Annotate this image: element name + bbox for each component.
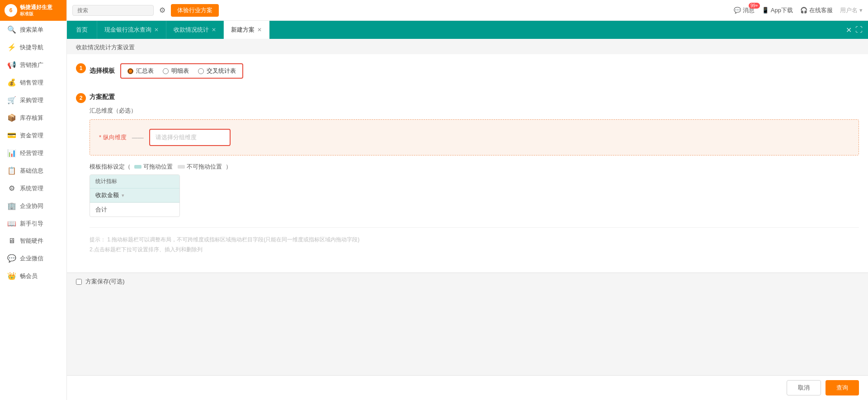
- sidebar-item-finance[interactable]: 💳 资金管理: [0, 127, 66, 144]
- sidebar-item-wechat[interactable]: 💬 企业微信: [0, 249, 66, 267]
- draggable-legend-icon: [134, 165, 142, 169]
- topbar-right: 💬 消息 99+ 📱 App下载 🎧 在线客服 用户名 ▾: [734, 6, 863, 14]
- section1-number: 1: [76, 63, 86, 73]
- dimension-group-label: 汇总维度（必选）: [90, 107, 859, 115]
- tab-bank-flow[interactable]: 现金银行流水查询 ✕: [97, 21, 166, 39]
- radio-detail-label[interactable]: 明细表: [171, 67, 189, 75]
- section1-wrapper: 1 选择模板 汇总表 明细表: [76, 63, 859, 84]
- chevron-down-icon: ▾: [122, 193, 124, 198]
- metrics-header: 模板指标设定（ 可拖动位置 不可拖动位置 ）: [90, 163, 859, 171]
- tab-home[interactable]: 首页: [67, 21, 97, 39]
- radio-detail[interactable]: 明细表: [163, 67, 189, 75]
- tabbar-right: ✕ ⛶: [846, 26, 868, 34]
- inventory-icon: 📦: [7, 113, 16, 122]
- sidebar-item-inventory[interactable]: 📦 库存核算: [0, 109, 66, 127]
- tips-text: 提示： 1.拖动标题栏可以调整布局，不可跨维度或指标区域拖动栏目字段(只能在同一…: [90, 235, 859, 254]
- download-button[interactable]: 📱 App下载: [762, 6, 793, 14]
- radio-summary-label[interactable]: 汇总表: [136, 67, 154, 75]
- message-icon: 💬: [734, 7, 741, 14]
- metrics-section: 模板指标设定（ 可拖动位置 不可拖动位置 ）: [90, 163, 859, 218]
- section2-wrapper: 2 方案配置 汇总维度（必选） * 纵向维度 —— 请选择分组维度: [76, 93, 859, 254]
- radio-cross[interactable]: 交叉统计表: [198, 67, 236, 75]
- radio-cross-label[interactable]: 交叉统计表: [207, 67, 236, 75]
- sidebar-item-member[interactable]: 👑 畅会员: [0, 267, 66, 285]
- metrics-section-label: 统计指标: [90, 175, 179, 188]
- tab-close-bank-flow[interactable]: ✕: [154, 27, 159, 33]
- marketing-icon: 📢: [7, 61, 16, 69]
- radio-cross-input[interactable]: [198, 68, 204, 74]
- search-icon: 🔍: [7, 25, 16, 34]
- save-checkbox[interactable]: [76, 279, 82, 285]
- arrow-icon: ——: [132, 134, 144, 141]
- topbar: ⚙ 体验行业方案 💬 消息 99+ 📱 App下载 🎧 在线客服 用户名 ▾: [67, 0, 868, 21]
- save-footer: 方案保存(可选): [67, 273, 868, 290]
- dimension-select[interactable]: 请选择分组维度: [149, 129, 231, 146]
- logo-icon: 6: [5, 4, 17, 17]
- page-content: 收款情况统计方案设置 1 选择模板 汇总表: [67, 39, 868, 375]
- save-label[interactable]: 方案保存(可选): [85, 278, 125, 286]
- message-button[interactable]: 💬 消息 99+: [734, 6, 755, 14]
- radio-detail-input[interactable]: [163, 68, 169, 74]
- section1-content: 选择模板 汇总表 明细表: [90, 63, 859, 84]
- member-icon: 👑: [7, 272, 16, 280]
- tab-expand-icon[interactable]: ⛶: [855, 26, 863, 34]
- sidebar-item-purchase[interactable]: 🛒 采购管理: [0, 91, 66, 109]
- col-header-cell[interactable]: 收款金额 ▾: [90, 188, 135, 202]
- logo-text: 畅捷通好生意 标准版: [20, 4, 52, 17]
- sidebar-item-sales[interactable]: 💰 销售管理: [0, 74, 66, 91]
- tips-section: 提示： 1.拖动标题栏可以调整布局，不可跨维度或指标区域拖动栏目字段(只能在同一…: [90, 227, 859, 254]
- tab-new-plan[interactable]: 新建方案 ✕: [224, 21, 269, 39]
- service-icon: 🎧: [800, 7, 807, 14]
- search-input[interactable]: [72, 5, 154, 16]
- sidebar-item-hardware[interactable]: 🖥 智能硬件: [0, 232, 66, 249]
- sidebar-item-system[interactable]: ⚙ 系统管理: [0, 179, 66, 197]
- hardware-icon: 🖥: [7, 237, 16, 245]
- tab-close-new-plan[interactable]: ✕: [257, 27, 262, 33]
- wechat-icon: 💬: [7, 254, 16, 263]
- sidebar-item-search[interactable]: 🔍 搜索菜单: [0, 21, 66, 38]
- cancel-button[interactable]: 取消: [787, 380, 821, 395]
- dimension-area: * 纵向维度 —— 请选择分组维度: [90, 119, 859, 155]
- quicknav-icon: ⚡: [7, 43, 16, 52]
- section2-content: 方案配置 汇总维度（必选） * 纵向维度 —— 请选择分组维度: [90, 93, 859, 254]
- service-button[interactable]: 🎧 在线客服: [800, 6, 833, 14]
- metrics-total-row: 合计: [90, 202, 179, 216]
- fixed-legend-icon: [178, 165, 185, 169]
- template-options: 汇总表 明细表 交叉统计表: [120, 63, 243, 79]
- sidebar-item-enterprise[interactable]: 🏢 企业协同: [0, 197, 66, 215]
- draggable-legend: 可拖动位置: [134, 163, 173, 171]
- tab-close-collection-stats[interactable]: ✕: [212, 27, 216, 33]
- enterprise-icon: 🏢: [7, 202, 16, 210]
- user-menu[interactable]: 用户名 ▾: [840, 6, 863, 14]
- sidebar-item-quicknav[interactable]: ⚡ 快捷导航: [0, 38, 66, 56]
- tab-close-window-icon[interactable]: ✕: [846, 26, 852, 34]
- settings-icon[interactable]: ⚙: [159, 6, 165, 14]
- operations-icon: 📊: [7, 149, 16, 157]
- section2-title: 方案配置: [90, 93, 859, 101]
- tab-collection-stats[interactable]: 收款情况统计 ✕: [166, 21, 224, 39]
- finance-icon: 💳: [7, 131, 16, 140]
- fixed-legend: 不可拖动位置: [178, 163, 222, 171]
- metrics-table: 统计指标 收款金额 ▾ 合计: [90, 174, 180, 217]
- section1-title: 选择模板: [90, 67, 115, 75]
- radio-summary[interactable]: 汇总表: [127, 67, 154, 75]
- app-logo: 6 畅捷通好生意 标准版: [0, 0, 66, 21]
- purchase-icon: 🛒: [7, 96, 16, 104]
- chevron-down-icon: ▾: [859, 7, 863, 14]
- download-icon: 📱: [762, 7, 769, 14]
- page-body: 1 选择模板 汇总表 明细表: [67, 54, 868, 273]
- query-button[interactable]: 查询: [826, 380, 859, 395]
- system-icon: ⚙: [7, 184, 16, 193]
- sidebar-item-marketing[interactable]: 📢 营销推广: [0, 56, 66, 74]
- basicinfo-icon: 📋: [7, 166, 16, 175]
- sidebar-item-operations[interactable]: 📊 经营管理: [0, 144, 66, 162]
- tabbar: 首页 现金银行流水查询 ✕ 收款情况统计 ✕ 新建方案 ✕ ✕ ⛶: [67, 21, 868, 39]
- main-area: ⚙ 体验行业方案 💬 消息 99+ 📱 App下载 🎧 在线客服 用户名 ▾: [67, 0, 868, 400]
- sidebar-item-guide[interactable]: 📖 新手引导: [0, 215, 66, 232]
- trial-button[interactable]: 体验行业方案: [171, 4, 219, 17]
- breadcrumb: 收款情况统计方案设置: [67, 39, 868, 54]
- radio-summary-input[interactable]: [127, 68, 133, 74]
- guide-icon: 📖: [7, 219, 16, 228]
- sidebar-item-basicinfo[interactable]: 📋 基础信息: [0, 162, 66, 179]
- vertical-dimension-label: * 纵向维度: [99, 133, 127, 141]
